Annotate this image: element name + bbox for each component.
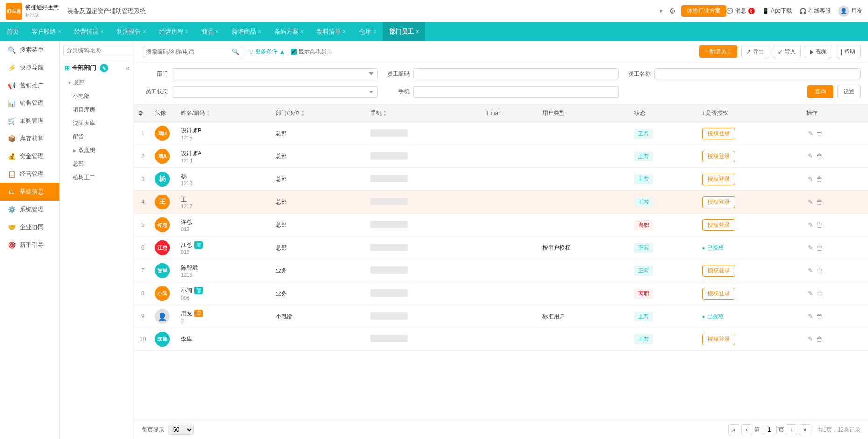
search-icon[interactable]: 🔍 — [232, 48, 239, 55]
delete-icon[interactable]: 🗑 — [816, 290, 823, 297]
dept-node-zhishu[interactable]: 植树王二 — [60, 171, 134, 184]
close-icon[interactable]: × — [100, 28, 104, 35]
sidebar-item-marketing[interactable]: 📢 营销推广 — [0, 77, 59, 94]
first-page-btn[interactable]: « — [728, 424, 739, 435]
edit-icon[interactable]: ✎ — [808, 313, 813, 320]
sidebar-item-inventory[interactable]: 📦 库存核算 — [0, 130, 59, 147]
sort-dept[interactable]: 部门/职位 ▲▼ — [276, 109, 363, 117]
app-download-button[interactable]: 📱 App下载 — [762, 7, 792, 15]
col-name-code[interactable]: 姓名/编码 ▲▼ — [177, 105, 272, 122]
nav-tab-dept-staff[interactable]: 部门员工 × — [383, 22, 425, 41]
dept-node-peihuo[interactable]: 配货 — [60, 130, 134, 144]
edit-icon[interactable]: ✎ — [808, 244, 813, 251]
import-button[interactable]: ↙ 导入 — [773, 45, 801, 58]
sidebar-item-basic-info[interactable]: 🗂 基础信息 — [0, 183, 59, 201]
nav-tab-bom[interactable]: 物料清单 × — [310, 22, 353, 41]
auth-login-button[interactable]: 授权登录 — [702, 288, 735, 300]
dept-node-zongbu[interactable]: ▼ 总部 — [60, 76, 134, 90]
sidebar-item-sales[interactable]: 📊 销售管理 — [0, 94, 59, 112]
sidebar-item-system[interactable]: ⚙️ 系统管理 — [0, 201, 59, 218]
query-button[interactable]: 查询 — [807, 85, 833, 98]
page-input[interactable] — [762, 425, 777, 434]
sort-name-code[interactable]: 姓名/编码 ▲▼ — [181, 109, 268, 117]
delete-icon[interactable]: 🗑 — [816, 198, 823, 206]
last-page-btn[interactable]: » — [799, 424, 810, 435]
edit-icon[interactable]: ✎ — [808, 153, 813, 160]
phone-input[interactable] — [413, 86, 619, 98]
close-icon[interactable]: × — [215, 28, 219, 35]
delete-icon[interactable]: 🗑 — [816, 313, 823, 320]
auth-login-button[interactable]: 授权登录 — [702, 151, 735, 162]
col-dept-position[interactable]: 部门/职位 ▲▼ — [272, 105, 367, 122]
dept-select[interactable] — [172, 68, 378, 79]
delete-icon[interactable]: 🗑 — [816, 153, 823, 160]
sidebar-item-collab[interactable]: 🤝 企业协同 — [0, 218, 59, 236]
nav-tab-new-goods[interactable]: 新增商品 × — [225, 22, 268, 41]
search-input[interactable] — [146, 49, 230, 55]
dept-edit-round-icon[interactable]: ✎ — [100, 64, 108, 72]
close-icon[interactable]: × — [373, 28, 376, 35]
emp-code-input[interactable] — [413, 68, 619, 79]
nav-tab-goods[interactable]: 商品 × — [195, 22, 225, 41]
auth-login-button[interactable]: 授权登录 — [702, 174, 735, 185]
emp-name-input[interactable] — [654, 68, 861, 79]
export-button[interactable]: ↗ 导出 — [741, 45, 769, 58]
close-icon[interactable]: × — [300, 28, 304, 35]
user-menu[interactable]: 👤 用友 — [838, 6, 862, 17]
nav-tab-process[interactable]: 经营历程 × — [153, 22, 195, 41]
delete-icon[interactable]: 🗑 — [816, 130, 823, 137]
auth-login-button[interactable]: 授权登录 — [702, 128, 735, 139]
delete-icon[interactable]: 🗑 — [816, 175, 823, 183]
system-title-arrow[interactable]: ▼ — [658, 8, 664, 14]
delete-icon[interactable]: 🗑 — [816, 267, 823, 274]
edit-icon[interactable]: ✎ — [808, 290, 813, 297]
auth-login-button[interactable]: 授权登录 — [702, 265, 735, 277]
nav-tab-warehouse[interactable]: 仓库 × — [353, 22, 383, 41]
nav-tab-home[interactable]: 首页 — [0, 22, 25, 41]
nav-tab-barcode[interactable]: 条码方案 × — [268, 22, 310, 41]
delete-icon[interactable]: 🗑 — [816, 244, 823, 251]
close-icon[interactable]: × — [143, 28, 146, 35]
close-icon[interactable]: × — [258, 28, 261, 35]
emp-status-select[interactable] — [172, 86, 378, 98]
view-button[interactable]: ▶ 视频 — [805, 45, 832, 58]
auth-login-button[interactable]: 授权登录 — [702, 196, 735, 208]
auth-login-button[interactable]: 授权登录 — [702, 334, 735, 345]
message-button[interactable]: 💬 消息 6 — [726, 7, 755, 15]
nav-tab-profit[interactable]: 利润报告 × — [110, 22, 153, 41]
delete-icon[interactable]: 🗑 — [816, 221, 823, 229]
dept-node-project[interactable]: 项目库房 — [60, 103, 134, 117]
delete-icon[interactable]: 🗑 — [816, 335, 823, 343]
dept-node-xiaodian[interactable]: 小电部 — [60, 90, 134, 103]
online-service-button[interactable]: 🎧 在线客服 — [799, 7, 831, 15]
settings-icon[interactable]: ⚙ — [669, 7, 676, 15]
add-employee-button[interactable]: + 新增员工 — [699, 45, 737, 58]
close-icon[interactable]: × — [185, 28, 188, 35]
dept-node-shuanglu[interactable]: ▶ 双鹿想 — [60, 144, 134, 157]
filter-more-btn[interactable]: ▽ 更多条件 ▲ — [249, 48, 285, 56]
edit-icon[interactable]: ✎ — [808, 267, 813, 274]
sort-phone[interactable]: 手机 ▲▼ — [370, 109, 479, 117]
nav-tab-business[interactable]: 经营情况 × — [68, 22, 110, 41]
reset-button[interactable]: 设置 — [837, 85, 861, 98]
sidebar-item-guide[interactable]: 🎯 新手引导 — [0, 236, 59, 254]
info-icon[interactable]: ℹ — [702, 110, 705, 116]
edit-icon[interactable]: ✎ — [808, 175, 813, 183]
sidebar-item-operation[interactable]: 📋 经营管理 — [0, 165, 59, 183]
auth-login-button[interactable]: 授权登录 — [702, 219, 735, 231]
dept-node-zongbu2[interactable]: 总部 — [60, 157, 134, 171]
close-icon[interactable]: × — [416, 28, 419, 35]
trial-button[interactable]: 体验行业方案 — [681, 5, 726, 17]
show-resigned-checkbox[interactable] — [291, 49, 297, 55]
close-icon[interactable]: × — [343, 28, 346, 35]
sidebar-item-purchase[interactable]: 🛒 采购管理 — [0, 112, 59, 130]
nav-tab-customer[interactable]: 客户联络 × — [25, 22, 68, 41]
prev-page-btn[interactable]: ‹ — [741, 424, 752, 435]
col-phone[interactable]: 手机 ▲▼ — [367, 105, 483, 122]
sidebar-item-quicknav[interactable]: ⚡ 快捷导航 — [0, 59, 59, 77]
edit-icon[interactable]: ✎ — [808, 198, 813, 206]
edit-icon[interactable]: ✎ — [808, 130, 813, 137]
next-page-btn[interactable]: › — [786, 424, 797, 435]
edit-icon[interactable]: ✎ — [808, 335, 813, 343]
sidebar-item-finance[interactable]: 💰 资金管理 — [0, 147, 59, 165]
